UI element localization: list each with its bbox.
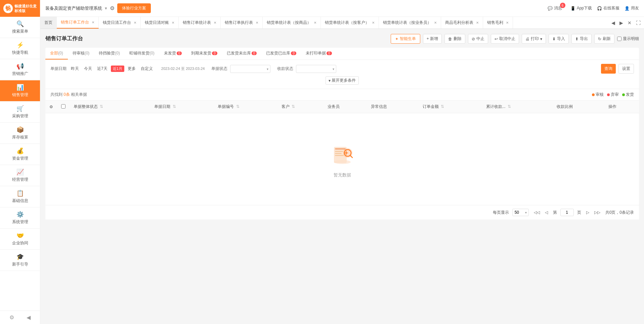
page-first-btn[interactable]: ◁◁ bbox=[532, 209, 542, 215]
tab-close-icon[interactable]: ✕ bbox=[314, 21, 316, 25]
sidebar-item-marketing[interactable]: 📢 营销推广 bbox=[0, 59, 40, 80]
page-input[interactable] bbox=[560, 209, 574, 216]
per-page-select[interactable]: 10 20 50 100 bbox=[512, 209, 529, 216]
export-btn[interactable]: ⬆ 导出 bbox=[571, 34, 592, 44]
sidebar-item-inventory[interactable]: 📦 库存核算 bbox=[0, 123, 40, 144]
sidebar-item-guide[interactable]: 🎓 新手引导 bbox=[0, 250, 40, 271]
empty-text: 暂无数据 bbox=[334, 172, 351, 178]
tab-daily-reconcile[interactable]: 钱货日清对账 ✕ bbox=[141, 17, 179, 29]
print-btn[interactable]: 🖨 打印 ▾ bbox=[522, 34, 546, 44]
tab-sales-exec[interactable]: 销售订单执行表 ✕ bbox=[221, 17, 263, 29]
status-select[interactable] bbox=[230, 65, 270, 73]
tab-close-icon[interactable]: ✕ bbox=[434, 21, 437, 25]
collapse-icon[interactable]: ◀ bbox=[27, 314, 31, 321]
sidebar-item-system[interactable]: ⚙️ 系统管理 bbox=[0, 207, 40, 229]
online-service-btn[interactable]: 🎧 在线客服 bbox=[597, 5, 619, 11]
page-next-btn[interactable]: ▷ bbox=[585, 209, 591, 215]
sort-icon[interactable]: ⇅ bbox=[508, 104, 511, 109]
tab-daily-clear[interactable]: 钱货日清工作台 ✕ bbox=[99, 17, 141, 29]
industry-btn[interactable]: 体验行业方案 bbox=[117, 3, 151, 13]
filter-tab-unshipped[interactable]: 未发货0 bbox=[159, 48, 187, 59]
quick-approve-btn[interactable]: 审核 bbox=[592, 92, 604, 97]
tab-close-icon[interactable]: ✕ bbox=[372, 21, 375, 25]
select-all-checkbox[interactable] bbox=[61, 104, 66, 109]
tab-prev-icon[interactable]: ◀ bbox=[610, 19, 617, 26]
filter-tab-shipped-out[interactable]: 已发货已出库0 bbox=[261, 48, 301, 59]
cancel-suspend-btn[interactable]: ↩ 取消中止 bbox=[491, 34, 519, 44]
tab-expand-icon[interactable]: ⛶ bbox=[634, 19, 642, 26]
date-opt-more[interactable]: 更多 bbox=[126, 65, 137, 72]
tab-close-icon[interactable]: ✕ bbox=[256, 21, 258, 25]
tab-close-icon[interactable]: ✕ bbox=[134, 21, 136, 25]
sidebar-item-purchase[interactable]: 🛒 采购管理 bbox=[0, 102, 40, 123]
sort-icon[interactable]: ⇅ bbox=[100, 104, 103, 109]
tab-close-icon[interactable]: ✕ bbox=[92, 21, 94, 24]
import-btn[interactable]: ⬇ 导入 bbox=[549, 34, 569, 44]
smart-generate-btn[interactable]: ✦ 智能生单 bbox=[391, 34, 420, 44]
sidebar-item-collab[interactable]: 🤝 企业协同 bbox=[0, 229, 40, 250]
filter-tab-all[interactable]: 全部(0) bbox=[45, 48, 68, 59]
query-btn[interactable]: 查询 bbox=[601, 64, 616, 74]
tab-next-icon[interactable]: ▶ bbox=[618, 19, 625, 26]
filter-row-1: 单据日期 昨天 今天 近7天 近1月 更多 自定义 2023-02-24 至 2… bbox=[50, 64, 634, 74]
dropdown-arrow[interactable]: ▾ bbox=[105, 6, 107, 11]
sidebar-item-finance[interactable]: 💰 资金管理 bbox=[0, 144, 40, 165]
suspend-btn[interactable]: ⊘ 中止 bbox=[468, 34, 488, 44]
tab-label: 销售订单工作台 bbox=[61, 19, 89, 25]
sidebar-item-management[interactable]: 📈 经营管理 bbox=[0, 165, 40, 186]
sidebar-item-basicinfo[interactable]: 📋 基础信息 bbox=[0, 186, 40, 207]
user-btn[interactable]: 👤 用友 bbox=[625, 5, 639, 11]
refresh-btn[interactable]: ↻ 刷新 bbox=[594, 34, 614, 44]
filter-tab-wangpu-pending[interactable]: 旺铺待发货(0) bbox=[125, 48, 159, 59]
sort-icon[interactable]: ⇅ bbox=[236, 104, 240, 109]
sort-icon[interactable]: ⇅ bbox=[441, 104, 444, 109]
expand-btn[interactable]: ▾ 展开更多条件 bbox=[326, 76, 359, 85]
filter-tab-pending-inspect[interactable]: 待挡验货(0) bbox=[94, 48, 125, 59]
message-btn[interactable]: 💬 消息 bbox=[548, 5, 562, 11]
app-download-btn[interactable]: 📱 App下载 bbox=[570, 5, 592, 11]
filter-tab-overdue[interactable]: 到期未发货0 bbox=[186, 48, 222, 59]
tab-sales-staff[interactable]: 销货单统计表（按业务员） ✕ bbox=[379, 17, 441, 29]
tab-sales-customer[interactable]: 销货单统计表（按客户） ✕ bbox=[321, 17, 379, 29]
settings-btn[interactable]: 设置 bbox=[618, 64, 634, 74]
quick-ship-btn[interactable]: 发货 bbox=[622, 92, 634, 97]
tab-sales-profit[interactable]: 销售毛利 ✕ bbox=[483, 17, 513, 29]
date-opt-custom[interactable]: 自定义 bbox=[139, 65, 155, 72]
tab-close-icon[interactable]: ✕ bbox=[476, 21, 479, 25]
settings-bottom-icon[interactable]: ⚙ bbox=[9, 314, 14, 321]
filter-tab-pending-review[interactable]: 待审核(0) bbox=[68, 48, 94, 59]
date-filter: 单据日期 昨天 今天 近7天 近1月 更多 自定义 bbox=[50, 65, 155, 72]
date-opt-1month[interactable]: 近1月 bbox=[111, 66, 124, 72]
tab-close-icon[interactable]: ✕ bbox=[214, 21, 216, 25]
quick-reject-btn[interactable]: 弃审 bbox=[607, 92, 619, 97]
date-opt-yesterday[interactable]: 昨天 bbox=[69, 65, 81, 72]
tab-close-icon[interactable]: ✕ bbox=[172, 21, 174, 25]
tab-sales-order[interactable]: 销售订单工作台 ✕ bbox=[57, 17, 99, 29]
filter-tab-unprinted[interactable]: 未打印单据0 bbox=[301, 48, 337, 59]
tab-close-all-icon[interactable]: ✕ bbox=[626, 19, 633, 26]
tab-sales-stats[interactable]: 销售订单统计表 ✕ bbox=[179, 17, 221, 29]
show-detail-checkbox[interactable] bbox=[617, 37, 621, 41]
add-btn[interactable]: + 新增 bbox=[423, 34, 442, 44]
tab-home[interactable]: 首页 bbox=[40, 17, 57, 29]
tab-gross-margin[interactable]: 商品毛利分析表 ✕ bbox=[441, 17, 483, 29]
gear-icon[interactable]: ⚙ bbox=[110, 5, 115, 11]
svg-rect-4 bbox=[335, 153, 342, 154]
date-opt-7days[interactable]: 近7天 bbox=[95, 65, 109, 72]
tab-sales-goods[interactable]: 销货单统计表（按商品） ✕ bbox=[263, 17, 321, 29]
delete-btn[interactable]: 🗑 删除 bbox=[444, 34, 465, 44]
sidebar-item-sales[interactable]: 📊 销售管理 bbox=[0, 80, 40, 102]
tab-close-icon[interactable]: ✕ bbox=[506, 21, 509, 25]
show-detail-checkbox-label[interactable]: 显示明细 bbox=[617, 36, 639, 42]
th-status: 单据整体状态 ⇅ bbox=[70, 100, 150, 113]
sort-icon[interactable]: ⇅ bbox=[173, 104, 176, 109]
sidebar-item-quicknav[interactable]: ⚡ 快捷导航 bbox=[0, 38, 40, 59]
page-prev-btn[interactable]: ◁ bbox=[543, 209, 550, 215]
filter-tab-shipped-not-out[interactable]: 已发货未出库0 bbox=[222, 48, 262, 59]
gear-col-icon[interactable]: ⚙ bbox=[49, 105, 53, 109]
sidebar-item-search[interactable]: 🔍 搜索菜单 bbox=[0, 17, 40, 38]
date-opt-today[interactable]: 今天 bbox=[82, 65, 94, 72]
page-last-btn[interactable]: ▷▷ bbox=[593, 209, 602, 215]
sort-icon[interactable]: ⇅ bbox=[292, 104, 295, 109]
payment-select[interactable] bbox=[296, 65, 336, 73]
